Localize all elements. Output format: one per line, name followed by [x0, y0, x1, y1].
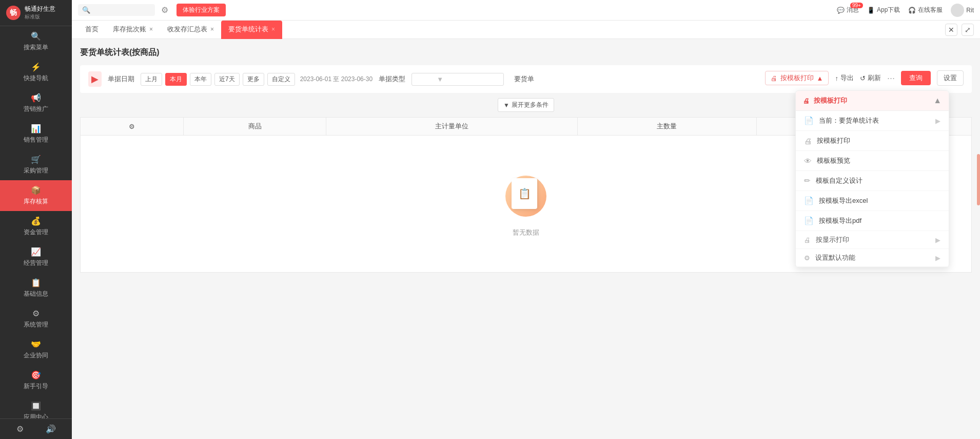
sidebar-item-sales[interactable]: 📊 销售管理 [0, 119, 72, 149]
sidebar-item-finance[interactable]: 💰 资金管理 [0, 211, 72, 242]
sidebar-item-system[interactable]: ⚙ 系统管理 [0, 303, 72, 334]
tab-receipt-summary[interactable]: 收发存汇总表 × [160, 21, 221, 39]
tab-expand-btn[interactable]: ⤢ [962, 24, 974, 36]
tpd-template-print[interactable]: 🖨 按模板打印 [796, 131, 949, 151]
col-unit: 主计量单位 [326, 118, 578, 136]
topbar-settings-icon[interactable]: ⚙ [161, 5, 168, 15]
logo-icon: 畅 [6, 6, 21, 20]
volume-icon[interactable]: 🔊 [46, 424, 56, 434]
message-item[interactable]: 💬 消息 99+ [837, 6, 859, 14]
template-print-btn[interactable]: 🖨 按模板打印 ▲ [765, 71, 829, 85]
date-btn-this-month[interactable]: 本月 [165, 73, 187, 86]
empty-text: 暂无数据 [513, 228, 539, 237]
template-print-dropdown: 🖨 按模板打印 ▲ 📄 当前：要货单统计表 ▶ 🖨 按模板打印 👁 模板板预览 [795, 90, 949, 268]
tpd-template-pdf[interactable]: 📄 按模板导出pdf [796, 211, 949, 231]
filter-bar: ▶ 单据日期 上月 本月 本年 近7天 更多 自定义 2023-06-01 至 … [80, 65, 972, 93]
sidebar-item-label: 资金管理 [24, 228, 48, 237]
tpd-display-print-icon: 🖨 [804, 236, 811, 244]
message-badge: 99+ [850, 3, 863, 8]
query-button[interactable]: 查询 [901, 71, 931, 85]
sidebar-item-operations[interactable]: 📈 经营管理 [0, 242, 72, 273]
tpd-template-pdf-label: 按模板导出pdf [819, 216, 861, 225]
tpd-close-btn[interactable]: ▲ [933, 96, 942, 105]
tab-close-btn[interactable]: ✕ [945, 24, 957, 36]
app-name: 畅通好生意 [25, 5, 55, 13]
more-btn[interactable]: ··· [887, 73, 895, 84]
marketing-icon: 📢 [31, 93, 41, 103]
quick-nav-icon: ⚡ [31, 62, 41, 72]
col-quantity: 主数量 [578, 118, 756, 136]
tab-order-stats-close[interactable]: × [271, 26, 275, 33]
enterprise-icon: 🤝 [31, 339, 41, 349]
empty-icon: 📋 [500, 170, 552, 222]
scrollbar-indicator[interactable] [977, 154, 980, 205]
username: Rit [966, 7, 974, 14]
tab-receipt-summary-close[interactable]: × [210, 26, 214, 33]
tpd-current-icon: 📄 [804, 116, 814, 125]
page-title: 要货单统计表(按商品) [80, 47, 972, 58]
filter-expand-icon[interactable]: ▶ [88, 71, 102, 87]
search-bar[interactable]: 🔍 [78, 4, 155, 16]
chevron-up-icon: ▲ [817, 74, 824, 82]
sidebar-item-newbie[interactable]: 🎯 新手引导 [0, 365, 72, 396]
tpd-template-pdf-icon: 📄 [804, 216, 814, 225]
doc-type-select[interactable]: ▼ [411, 73, 504, 86]
settings-button[interactable]: 设置 [937, 70, 964, 86]
settings-icon[interactable]: ⚙ [16, 424, 24, 434]
industry-btn[interactable]: 体验行业方案 [177, 4, 226, 16]
sidebar-item-quick-nav[interactable]: ⚡ 快捷导航 [0, 57, 72, 88]
sidebar-item-label: 采购管理 [24, 166, 48, 175]
message-icon: 💬 [837, 7, 845, 14]
tpd-printer-icon: 🖨 [803, 97, 810, 105]
date-btn-7days[interactable]: 近7天 [214, 73, 240, 86]
tab-home[interactable]: 首页 [78, 21, 106, 39]
tpd-template-excel[interactable]: 📄 按模板导出excel [796, 191, 949, 211]
search-input[interactable] [92, 7, 144, 14]
tpd-template-preview[interactable]: 👁 模板板预览 [796, 151, 949, 171]
tpd-template-print-label: 按模板打印 [817, 136, 850, 145]
date-btn-more[interactable]: 更多 [243, 73, 264, 86]
inventory-icon: 📦 [31, 185, 41, 195]
tab-order-stats[interactable]: 要货单统计表 × [221, 21, 282, 39]
date-filter-label: 单据日期 [108, 74, 134, 84]
refresh-btn[interactable]: ↺ 刷新 [860, 73, 881, 83]
tpd-template-custom-label: 模板自定义设计 [816, 176, 863, 185]
export-btn[interactable]: ↑ 导出 [835, 73, 854, 83]
date-btn-this-year[interactable]: 本年 [190, 73, 211, 86]
export-label: 导出 [840, 73, 854, 83]
app-download-label: App下载 [877, 6, 900, 14]
date-btn-last-month[interactable]: 上月 [141, 73, 162, 86]
sidebar-item-search[interactable]: 🔍 搜索菜单 [0, 26, 72, 57]
tab-inventory-batch-close[interactable]: × [149, 26, 153, 33]
user-area[interactable]: Rit [951, 4, 974, 17]
sidebar-item-marketing[interactable]: 📢 营销推广 [0, 88, 72, 119]
tpd-default-function[interactable]: ⚙ 设置默认功能 ▶ [796, 249, 949, 267]
export-icon: ↑ [835, 74, 838, 82]
date-range-text: 2023-06-01 至 2023-06-30 [300, 75, 373, 84]
online-service-item[interactable]: 🎧 在线客服 [908, 6, 943, 14]
sidebar-item-enterprise[interactable]: 🤝 企业协同 [0, 334, 72, 365]
app-center-icon: 🔲 [31, 401, 41, 411]
tpd-template-excel-label: 按模板导出excel [819, 196, 868, 205]
app-download-item[interactable]: 📱 App下载 [867, 6, 900, 14]
sidebar-item-inventory[interactable]: 📦 库存核算 [0, 180, 72, 211]
tab-inventory-batch[interactable]: 库存批次账 × [106, 21, 160, 39]
tpd-title: 按模板打印 [814, 96, 847, 105]
headset-icon: 🎧 [908, 7, 916, 14]
date-btn-custom[interactable]: 自定义 [267, 73, 295, 86]
sidebar-item-basics[interactable]: 📋 基础信息 [0, 273, 72, 303]
date-options-group: 上月 本月 本年 近7天 更多 自定义 2023-06-01 至 2023-06… [141, 73, 373, 86]
tpd-current-item[interactable]: 📄 当前：要货单统计表 ▶ [796, 111, 949, 131]
filter-actions: 🖨 按模板打印 ▲ ↑ 导出 ↺ 刷新 ··· 查询 设置 [765, 70, 964, 86]
tpd-display-print-arrow: ▶ [935, 236, 940, 244]
topbar-right: 💬 消息 99+ 📱 App下载 🎧 在线客服 Rit [837, 4, 974, 17]
tpd-display-print[interactable]: 🖨 按显示打印 ▶ [796, 231, 949, 249]
col-settings[interactable]: ⚙ [81, 118, 184, 136]
search-icon: 🔍 [82, 6, 90, 14]
tpd-template-custom[interactable]: ✏ 模板自定义设计 [796, 171, 949, 191]
expand-more-label: 展开更多条件 [512, 101, 548, 109]
table-settings-icon[interactable]: ⚙ [129, 123, 135, 130]
sidebar-item-app-center[interactable]: 🔲 应用中心 [0, 396, 72, 418]
expand-more-btn[interactable]: ▼ 展开更多条件 [498, 98, 554, 112]
sidebar-item-purchase[interactable]: 🛒 采购管理 [0, 149, 72, 180]
